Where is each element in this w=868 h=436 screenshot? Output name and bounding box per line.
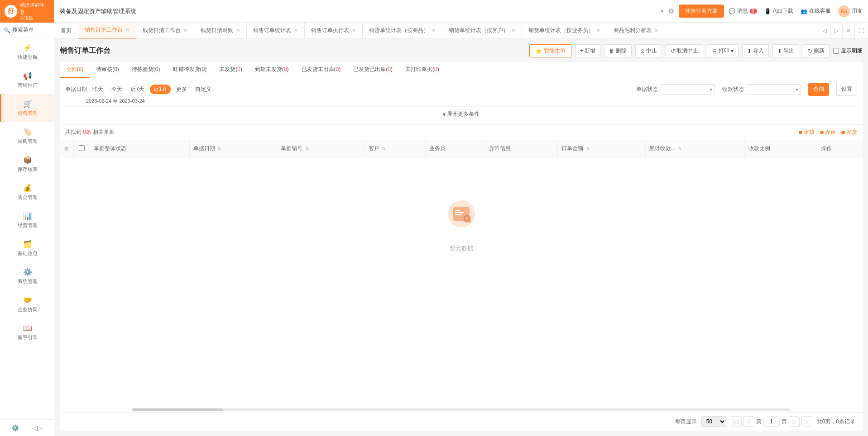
sidebar-collapse-btn[interactable]: ◁▷ — [33, 424, 43, 431]
date-opt-yesterday[interactable]: 昨天 — [90, 85, 106, 94]
tab-home[interactable]: 首页 — [54, 23, 78, 39]
tab-sales-stats[interactable]: 销售订单统计表 ✕ — [247, 23, 305, 39]
sidebar-item-operations[interactable]: 📊 经营管理 — [0, 206, 54, 234]
tab-close-cash-reconcile[interactable]: ✕ — [236, 28, 240, 33]
sidebar-item-purchase[interactable]: 🏷️ 采购管理 — [0, 122, 54, 150]
app-download-btn[interactable]: 📱 App下载 — [764, 7, 793, 15]
scrollbar-thumb[interactable] — [132, 408, 223, 411]
user-menu[interactable]: Ea 用友 — [838, 5, 863, 17]
online-service-btn[interactable]: 👥 在线客服 — [801, 7, 831, 15]
tab-cash-reconcile[interactable]: 钱货日清对账 ✕ — [194, 23, 247, 39]
sub-tab-pending-review[interactable]: 待审核(0) — [90, 62, 125, 78]
tab-fullscreen[interactable]: ⛶ — [855, 23, 868, 39]
inventory-icon: 📦 — [23, 156, 32, 164]
page-prev-btn[interactable]: ◁ — [743, 416, 754, 427]
date-opt-custom[interactable]: 自定义 — [192, 85, 214, 94]
tab-margin-analysis[interactable]: 商品毛利分析表 ✕ — [607, 23, 665, 39]
sub-tab-shipped-out[interactable]: 已发货已出库(0) — [347, 62, 399, 78]
date-opt-today[interactable]: 今天 — [109, 85, 125, 94]
cancel-suspend-btn[interactable]: ↺ 取消中止 — [666, 44, 703, 57]
tab-close-sales-stats[interactable]: ✕ — [294, 28, 298, 33]
sub-tab-pending-inspect[interactable]: 待拣验货(0) — [125, 62, 167, 78]
page-next-btn[interactable]: ▷ — [789, 416, 800, 427]
select-all-checkbox[interactable] — [79, 145, 85, 151]
page-input[interactable] — [763, 417, 780, 427]
tab-cash-daily[interactable]: 钱货日清工作台 ✕ — [136, 23, 194, 39]
review-action[interactable]: 审核 — [799, 128, 815, 136]
tab-sales-stats-product[interactable]: 销货单统计表（按商品） ✕ — [363, 23, 442, 39]
tab-close-sales-workbench[interactable]: ✕ — [125, 27, 129, 33]
import-btn[interactable]: ⬆ 导入 — [742, 44, 769, 57]
tab-close-margin-analysis[interactable]: ✕ — [654, 28, 658, 33]
filter-settings-btn[interactable]: 设置 — [836, 83, 857, 96]
sub-tab-all[interactable]: 全部(0) — [60, 62, 90, 78]
sidebar-item-marketing[interactable]: 📢 营销推广 — [0, 66, 54, 94]
quick-nav-icon: ⚡ — [23, 43, 32, 52]
sidebar-item-sales[interactable]: 🛒 销售管理 — [0, 94, 54, 122]
col-number[interactable]: 单据编号 ⇅ — [277, 140, 365, 157]
status-select[interactable] — [661, 84, 715, 95]
tab-sales-workbench[interactable]: 销售订单工作台 ✕ — [78, 23, 136, 39]
tab-close-all[interactable]: ✕ — [843, 23, 855, 39]
print-btn[interactable]: 🖨 打印 ▾ — [707, 44, 739, 57]
industry-btn[interactable]: 体验行业方案 — [679, 5, 724, 18]
col-customer[interactable]: 客户 ⇅ — [365, 140, 426, 157]
page-size-select[interactable]: 50 10 20 100 — [701, 416, 726, 427]
page-last-btn[interactable]: ▷| — [801, 416, 812, 427]
expand-more-btn[interactable]: ▾ 展开更多条件 — [439, 109, 483, 120]
export-btn[interactable]: ⬇ 导出 — [772, 44, 799, 57]
sidebar: 好 畅捷通好生意 标准版 🔍 搜索菜单 ⚡ 快捷导航 📢 营销推广 🛒 销售管理… — [0, 0, 54, 436]
add-btn[interactable]: + 新增 — [575, 44, 600, 57]
sidebar-item-quick-nav[interactable]: ⚡ 快捷导航 — [0, 38, 54, 66]
col-exception[interactable]: 异常信息 — [485, 140, 558, 157]
expand-icon[interactable]: ▾ — [661, 8, 663, 14]
date-opt-1month[interactable]: 近1月 — [150, 85, 171, 94]
sort-date-icon: ⇅ — [217, 146, 221, 151]
date-opt-more[interactable]: 更多 — [173, 85, 190, 94]
sidebar-item-system[interactable]: ⚙️ 系统管理 — [0, 262, 54, 290]
tab-close-sales-stats-customer[interactable]: ✕ — [511, 28, 515, 33]
tab-sales-stats-staff[interactable]: 销货单统计表（按业务员） ✕ — [522, 23, 607, 39]
date-opt-7days[interactable]: 近7天 — [128, 85, 147, 94]
sub-tab-wangpu[interactable]: 旺铺待发货(0) — [167, 62, 213, 78]
ship-action[interactable]: 发货 — [841, 128, 857, 136]
sidebar-item-inventory[interactable]: 📦 库存核算 — [0, 150, 54, 178]
show-detail-checkbox-wrap[interactable]: 显示明细 — [833, 47, 863, 55]
tab-close-cash-daily[interactable]: ✕ — [183, 28, 187, 33]
scrollbar-area[interactable] — [60, 407, 863, 412]
delete-btn[interactable]: 🗑 删除 — [604, 44, 632, 57]
sidebar-item-base-info[interactable]: 🗂️ 基础信息 — [0, 234, 54, 262]
col-amount[interactable]: 订单金额 ⇅ — [558, 140, 646, 157]
sidebar-settings-btn[interactable]: ⚙️ — [11, 424, 19, 431]
sidebar-item-finance[interactable]: 💰 资金管理 — [0, 178, 54, 206]
page-first-btn[interactable]: |◁ — [731, 416, 742, 427]
sub-tab-not-printed[interactable]: 未打印单据(0) — [399, 62, 446, 78]
sidebar-item-guide[interactable]: 📖 新手引导 — [0, 318, 54, 346]
tab-close-sales-execute[interactable]: ✕ — [352, 28, 356, 33]
sidebar-search[interactable]: 🔍 搜索菜单 — [0, 23, 54, 38]
col-checkbox[interactable] — [73, 140, 90, 157]
col-settings[interactable]: ⚙ — [60, 140, 73, 157]
sidebar-item-enterprise[interactable]: 🤝 企业协同 — [0, 290, 54, 318]
message-btn[interactable]: 💬 消息 6 — [729, 7, 757, 15]
show-detail-checkbox[interactable] — [833, 48, 839, 54]
col-staff[interactable]: 业务员 — [426, 140, 485, 157]
payment-select[interactable] — [747, 84, 801, 95]
query-btn[interactable]: 查询 — [808, 83, 829, 96]
sub-tab-not-shipped[interactable]: 未发货(0) — [213, 62, 249, 78]
cancel-action[interactable]: 弃审 — [820, 128, 836, 136]
col-collected[interactable]: 累计收款... ⇅ — [645, 140, 744, 157]
sub-tab-expired-not-shipped[interactable]: 到期未发货(0) — [249, 62, 295, 78]
smart-gen-btn[interactable]: ⭐ 智能生单 — [529, 44, 571, 57]
tab-scroll-left[interactable]: ◁ — [819, 23, 831, 39]
tab-close-sales-stats-product[interactable]: ✕ — [432, 28, 436, 33]
refresh-btn[interactable]: ↻ 刷新 — [803, 44, 830, 57]
tab-sales-execute[interactable]: 销售订单执行表 ✕ — [305, 23, 363, 39]
topbar-settings-icon[interactable]: ⚙ — [668, 7, 674, 15]
tab-scroll-right[interactable]: ▷ — [831, 23, 843, 39]
suspend-btn[interactable]: ⊘ 中止 — [635, 44, 662, 57]
sub-tab-shipped-not-out[interactable]: 已发货未出库(0) — [295, 62, 347, 78]
tab-close-sales-stats-staff[interactable]: ✕ — [596, 28, 600, 33]
tab-sales-stats-customer[interactable]: 销货单统计表（按客户） ✕ — [442, 23, 522, 39]
col-date[interactable]: 单据日期 ⇅ — [189, 140, 277, 157]
